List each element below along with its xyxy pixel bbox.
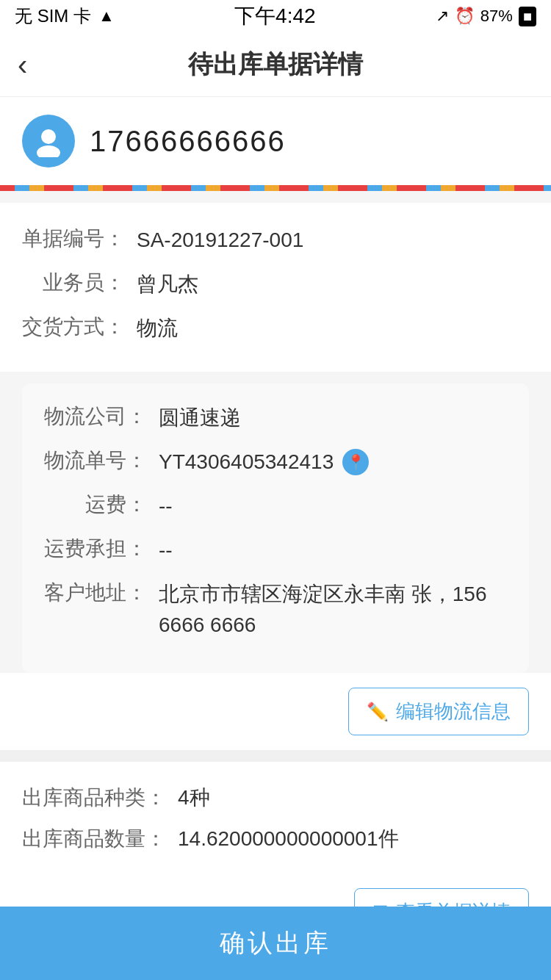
alarm-icon: ⏰ xyxy=(455,7,475,26)
order-no-label: 单据编号： xyxy=(22,225,125,253)
freight-bearer-value: -- xyxy=(159,535,507,566)
logistics-company-label: 物流公司： xyxy=(44,403,147,430)
customer-header: 17666666666 xyxy=(0,97,551,185)
address-row: 客户地址： 北京市市辖区海淀区永丰南 张，156 6666 6666 xyxy=(44,579,507,641)
edit-icon: ✏️ xyxy=(367,702,389,722)
edit-section: ✏️ 编辑物流信息 xyxy=(0,673,551,750)
customer-phone: 17666666666 xyxy=(90,125,286,158)
dashed-divider xyxy=(0,185,551,191)
battery-text: 87% xyxy=(480,7,513,26)
tracking-no-row: 物流单号： YT43064053424​13 xyxy=(44,447,507,478)
logistics-company-row: 物流公司： 圆通速递 xyxy=(44,403,507,433)
freight-value: -- xyxy=(159,491,507,522)
status-time: 下午4:42 xyxy=(234,2,316,30)
order-no-value: SA-20191227-001 xyxy=(137,225,529,256)
goods-quantity-label: 出库商品数量： xyxy=(22,825,166,853)
goods-types-value: 4种 xyxy=(178,784,210,812)
address-label: 客户地址： xyxy=(44,579,147,607)
tracking-no-label: 物流单号： xyxy=(44,447,147,475)
freight-label: 运费： xyxy=(44,491,147,519)
salesperson-value: 曾凡杰 xyxy=(137,269,529,300)
delivery-method-label: 交货方式： xyxy=(22,313,125,341)
goods-types-row: 出库商品种类： 4种 xyxy=(22,784,529,812)
user-icon xyxy=(32,125,65,157)
avatar xyxy=(22,115,75,167)
goods-quantity-value: 14.620000000000001件 xyxy=(178,825,399,853)
freight-bearer-row: 运费承担： -- xyxy=(44,535,507,566)
goods-quantity-row: 出库商品数量： 14.620000000000001件 xyxy=(22,825,529,853)
carrier-text: 无 SIM 卡 xyxy=(15,4,91,28)
section-divider xyxy=(0,750,551,762)
confirm-button[interactable]: 确认出库 xyxy=(0,907,551,980)
confirm-btn-label: 确认出库 xyxy=(220,926,331,960)
freight-bearer-label: 运费承担： xyxy=(44,535,147,563)
goods-types-label: 出库商品种类： xyxy=(22,784,166,812)
back-button[interactable]: ‹ xyxy=(18,50,27,79)
location-status-icon: ↗ xyxy=(436,7,449,26)
svg-point-1 xyxy=(37,145,60,157)
status-bar: 无 SIM 卡 ▲ 下午4:42 ↗ ⏰ 87% ■ xyxy=(0,0,551,32)
goods-section: 出库商品种类： 4种 出库商品数量： 14.620000000000001件 xyxy=(0,762,551,881)
nav-bar: ‹ 待出库单据详情 xyxy=(0,32,551,97)
status-left: 无 SIM 卡 ▲ xyxy=(15,4,115,28)
page-title: 待出库单据详情 xyxy=(188,48,363,82)
order-info-section: 单据编号： SA-20191227-001 业务员： 曾凡杰 交货方式： 物流 xyxy=(0,203,551,372)
logistics-card: 物流公司： 圆通速递 物流单号： YT43064053424​13 运费： --… xyxy=(22,383,529,673)
status-right: ↗ ⏰ 87% ■ xyxy=(436,7,536,26)
logistics-company-value: 圆通速递 xyxy=(159,403,507,433)
edit-btn-label: 编辑物流信息 xyxy=(396,699,511,724)
tracking-location-icon[interactable] xyxy=(342,449,369,475)
freight-row: 运费： -- xyxy=(44,491,507,522)
svg-point-0 xyxy=(41,129,56,144)
order-no-row: 单据编号： SA-20191227-001 xyxy=(22,225,529,256)
salesperson-row: 业务员： 曾凡杰 xyxy=(22,269,529,300)
address-value: 北京市市辖区海淀区永丰南 张，156 6666 6666 xyxy=(159,579,507,641)
delivery-method-row: 交货方式： 物流 xyxy=(22,313,529,344)
tracking-no-value: YT43064053424​13 xyxy=(159,447,507,478)
salesperson-label: 业务员： xyxy=(22,269,125,297)
battery-icon: ■ xyxy=(519,7,536,26)
delivery-method-value: 物流 xyxy=(137,313,529,344)
wifi-icon: ▲ xyxy=(98,7,115,26)
edit-logistics-button[interactable]: ✏️ 编辑物流信息 xyxy=(348,688,529,735)
